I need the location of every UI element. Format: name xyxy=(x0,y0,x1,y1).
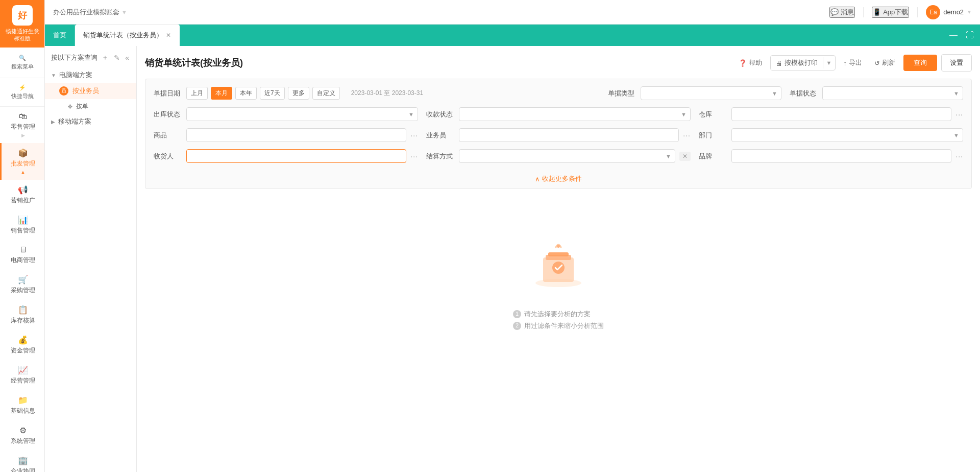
sidebar-item-wholesale[interactable]: 📦 批发管理 ▲ xyxy=(0,143,44,180)
scheme-item-salesperson[interactable]: 员 按业务员 xyxy=(45,83,136,99)
salesperson-scheme-icon: 员 xyxy=(59,86,68,96)
sidebar-item-corp-label: 企业协同 xyxy=(11,467,35,472)
doctype-select[interactable] xyxy=(641,86,781,100)
receiptstatus-label: 收款状态 xyxy=(426,110,455,119)
date-btn-last-month[interactable]: 上月 xyxy=(186,87,208,100)
logo-icon: 好 xyxy=(12,5,33,26)
message-button[interactable]: 💬 消息 xyxy=(829,7,855,18)
payment-select[interactable] xyxy=(459,149,675,163)
ecom-icon: 🖥 xyxy=(19,245,27,254)
filter-dept-item: 部门 ▼ xyxy=(699,128,963,142)
collapse-label: 收起更多条件 xyxy=(542,174,582,183)
sidebar-item-ecom[interactable]: 🖥 电商管理 xyxy=(0,240,44,270)
payment-label: 结算方式 xyxy=(426,152,455,161)
collapse-panel-button[interactable]: « xyxy=(124,52,130,63)
edit-scheme-button[interactable]: ✎ xyxy=(113,52,121,63)
sidebar-quick-section: ⚡ 快捷导航 xyxy=(0,78,44,107)
export-button[interactable]: ↑ 导出 xyxy=(840,56,867,69)
brand-input[interactable] xyxy=(731,149,951,163)
sidebar-item-system-label: 系统管理 xyxy=(11,437,35,445)
chevron-right-icon: ▶ xyxy=(21,133,25,138)
help-button[interactable]: ❓ 帮助 xyxy=(734,56,766,69)
warehouse-more-icon[interactable]: ··· xyxy=(955,110,963,119)
user-menu[interactable]: Ea demo2 ▼ xyxy=(926,5,972,19)
refresh-button[interactable]: ↺ 刷新 xyxy=(870,56,899,69)
empty-tips: 1 请先选择要分析的方案 2 用过滤条件来缩小分析范围 xyxy=(513,308,604,332)
tab-minimize-button[interactable]: — xyxy=(947,29,960,42)
sidebar-item-basic[interactable]: 📁 基础信息 xyxy=(0,390,44,420)
corp-icon: 🏢 xyxy=(18,456,28,465)
query-button[interactable]: 查询 xyxy=(903,55,937,71)
sidebar-item-ops[interactable]: 📈 经营管理 xyxy=(0,360,44,390)
date-btn-more[interactable]: 更多 xyxy=(288,87,309,100)
sidebar-logo[interactable]: 好 畅捷通好生意 标准版 xyxy=(0,0,44,48)
sidebar-item-marketing[interactable]: 📢 营销推广 xyxy=(0,180,44,210)
mobile-scheme-group[interactable]: ▶ 移动端方案 xyxy=(45,114,136,129)
receiptstatus-select-wrap: ▼ xyxy=(459,107,691,121)
clear-tag-x[interactable]: ✕ xyxy=(682,153,688,160)
topbar-right: 💬 消息 📱 App下载 Ea demo2 ▼ xyxy=(829,5,972,19)
consignee-input[interactable] xyxy=(186,149,406,163)
quick-nav-label: 快捷导航 xyxy=(11,92,34,100)
salesperson-more-icon[interactable]: ··· xyxy=(683,131,691,139)
date-group: 上月 本月 本年 近7天 更多 自定义 xyxy=(186,87,340,100)
sidebar: 好 畅捷通好生意 标准版 🔍 搜索菜单 ⚡ 快捷导航 🛍 零售管理 ▶ 📦 批发… xyxy=(0,0,45,472)
quick-nav-button[interactable]: ⚡ 快捷导航 xyxy=(3,81,41,103)
app-name-label: 办公用品行业模拟账套 ▼ xyxy=(53,8,127,17)
sidebar-item-retail[interactable]: 🛍 零售管理 ▶ xyxy=(0,107,44,143)
sidebar-item-finance-label: 资金管理 xyxy=(11,346,35,355)
goods-more-icon[interactable]: ··· xyxy=(410,131,418,139)
brand-label: 品牌 xyxy=(699,152,727,161)
print-label: 按模板打印 xyxy=(785,58,818,67)
date-btn-this-month[interactable]: 本月 xyxy=(211,87,232,100)
salesperson-input[interactable] xyxy=(459,128,679,142)
tab-sales-stat[interactable]: 销货单统计表（按业务员） ✕ xyxy=(75,25,180,46)
docstatus-select[interactable] xyxy=(822,86,963,100)
filter-warehouse-item: 仓库 ··· xyxy=(699,107,963,121)
export-label: 导出 xyxy=(849,58,862,67)
tab-maximize-button[interactable]: ⛶ xyxy=(964,29,976,42)
sidebar-item-retail-label: 零售管理 xyxy=(11,123,35,131)
pc-group-title[interactable]: ▼ 电脑端方案 xyxy=(45,67,136,83)
help-icon: ❓ xyxy=(739,59,747,67)
sidebar-item-finance[interactable]: 💰 资金管理 xyxy=(0,330,44,360)
date-btn-custom[interactable]: 自定义 xyxy=(312,87,340,100)
print-button[interactable]: 🖨 按模板打印 xyxy=(771,56,823,70)
outstatus-select[interactable] xyxy=(186,107,418,121)
scheme-sub-item-order[interactable]: ❖ 按单 xyxy=(45,99,136,114)
consignee-more-icon[interactable]: ··· xyxy=(410,152,418,160)
search-menu-button[interactable]: 🔍 搜索菜单 xyxy=(3,52,41,74)
tabbar-actions: — ⛶ xyxy=(947,29,980,42)
print-dropdown-button[interactable]: ▼ xyxy=(823,57,835,68)
tab-close-icon[interactable]: ✕ xyxy=(166,32,171,39)
sidebar-item-system[interactable]: ⚙ 系统管理 xyxy=(0,420,44,451)
main-area: 办公用品行业模拟账套 ▼ 💬 消息 📱 App下载 Ea demo2 ▼ xyxy=(45,0,980,472)
warehouse-label: 仓库 xyxy=(699,110,727,119)
settings-button[interactable]: 设置 xyxy=(941,54,972,72)
help-label: 帮助 xyxy=(749,58,762,67)
warehouse-input[interactable] xyxy=(731,107,951,121)
goods-input[interactable] xyxy=(186,128,406,142)
logo-subtext: 标准版 xyxy=(14,35,31,42)
date-btn-this-year[interactable]: 本年 xyxy=(235,87,257,100)
collapse-bar[interactable]: ∧ 收起更多条件 xyxy=(154,170,963,188)
svg-point-4 xyxy=(552,262,565,274)
sidebar-item-purchase[interactable]: 🛒 采购管理 xyxy=(0,270,44,300)
avatar-text: Ea xyxy=(929,9,937,16)
filter-goods-item: 商品 ··· xyxy=(154,128,418,142)
app-name-text: 办公用品行业模拟账套 xyxy=(53,8,119,17)
collapse-chevron-icon: ∧ xyxy=(535,175,540,183)
filter-date-item: 单据日期 上月 本月 本年 近7天 更多 自定义 xyxy=(154,87,340,100)
sidebar-item-inventory[interactable]: 📋 库存核算 xyxy=(0,300,44,330)
dept-select[interactable] xyxy=(731,128,963,142)
docstatus-select-wrap: ▼ xyxy=(822,86,963,100)
add-scheme-button[interactable]: ＋ xyxy=(101,52,110,63)
receiptstatus-select[interactable] xyxy=(459,107,691,121)
app-download-button[interactable]: 📱 App下载 xyxy=(872,7,909,18)
date-btn-7days[interactable]: 近7天 xyxy=(260,87,285,100)
tab-home[interactable]: 首页 xyxy=(45,25,75,46)
sidebar-item-sales[interactable]: 📊 销售管理 xyxy=(0,210,44,240)
sidebar-item-corp[interactable]: 🏢 企业协同 xyxy=(0,451,44,472)
brand-more-icon[interactable]: ··· xyxy=(955,152,963,160)
filter-payment-item: 结算方式 ▼ ✕ xyxy=(426,149,691,163)
